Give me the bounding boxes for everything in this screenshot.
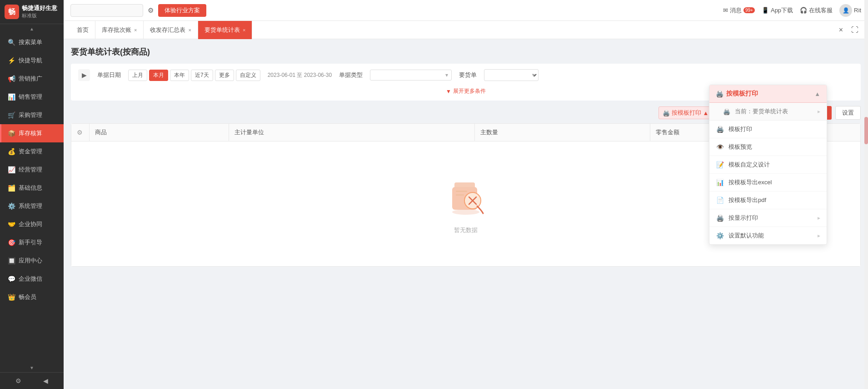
tab-resize-btn[interactable]: ⛶ [848, 25, 861, 35]
sidebar-item-newbie[interactable]: 🎯 新手引导 [0, 233, 64, 252]
template-design-label: 模板自定义设计 [728, 161, 770, 169]
tab-receipt-summary[interactable]: 收发存汇总表 × [144, 21, 198, 39]
trial-btn[interactable]: 体验行业方案 [158, 4, 206, 17]
date-more-btn[interactable]: 更多 [215, 70, 234, 81]
tab-requisition-stats[interactable]: 要货单统计表 × [198, 21, 252, 39]
default-function-icon: ⚙️ [716, 232, 724, 239]
operations-icon: 📈 [7, 165, 16, 174]
sidebar-item-operations-label: 经营管理 [19, 166, 42, 174]
topbar-left: ⚙ 体验行业方案 [70, 4, 206, 17]
sidebar-item-finance-label: 资金管理 [19, 147, 42, 156]
dropdown-chevron-up-icon[interactable]: ▲ [814, 91, 820, 97]
top-search-input[interactable] [70, 4, 143, 17]
expand-conditions-btn[interactable]: ▼ 展开更多条件 [446, 87, 486, 95]
col-product: 商品 [90, 124, 229, 141]
brand-icon: 畅 [5, 5, 19, 19]
col-quantity: 主数量 [475, 124, 650, 141]
template-print-icon: 🖨️ [716, 126, 724, 133]
filter-toggle-btn[interactable]: ▶ [78, 69, 90, 81]
dropdown-item-template-design[interactable]: 📝 模板自定义设计 [709, 156, 827, 174]
settings-gear-icon[interactable]: ⚙ [148, 6, 154, 15]
date-current-year-btn[interactable]: 本年 [170, 70, 189, 81]
tab-inventory-batch[interactable]: 库存批次账 × [95, 21, 144, 39]
basic-icon: 🗂️ [7, 183, 16, 192]
vertical-scrollbar[interactable] [864, 39, 868, 389]
date-buttons: 上月 本月 本年 近7天 更多 自定义 [128, 70, 260, 81]
sidebar-item-basic[interactable]: 🗂️ 基础信息 [0, 179, 64, 197]
sidebar-item-search[interactable]: 🔍 搜索菜单 [0, 33, 64, 51]
template-design-icon: 📝 [716, 161, 724, 168]
message-badge: 99+ [743, 7, 755, 13]
sidebar-item-enterprise[interactable]: 🤝 企业协同 [0, 215, 64, 233]
scroll-down-btn[interactable]: ▼ [0, 363, 64, 372]
date-prev-month-btn[interactable]: 上月 [128, 70, 147, 81]
app-download-label: App下载 [771, 6, 793, 15]
dropdown-current-item[interactable]: 🖨️ 当前：要货单统计表 ▸ [709, 103, 827, 121]
col-settings: ⚙ [71, 124, 90, 141]
print-template-btn[interactable]: 🖨️ 按模板打印 ▲ [658, 106, 713, 119]
order-type-label: 单据类型 [339, 71, 363, 79]
tabs-window-controls: × ⛶ [836, 25, 861, 35]
finance-icon: 💰 [7, 147, 16, 156]
sidebar-item-member[interactable]: 👑 畅会员 [0, 288, 64, 306]
scrollbar-thumb[interactable] [864, 117, 868, 144]
dropdown-print-icon: 🖨️ [716, 90, 723, 97]
sidebar-item-wechat[interactable]: 💬 企业微信 [0, 270, 64, 288]
tab-inventory-batch-close[interactable]: × [134, 27, 137, 33]
dropdown-header-right: ▲ [814, 91, 820, 97]
search-icon: 🔍 [7, 38, 16, 47]
sidebar-item-marketing[interactable]: 📢 营销推广 [0, 70, 64, 88]
page-content: 要货单统计表(按商品) ▶ 单据日期 上月 本月 本年 近7天 更多 自定义 2… [64, 39, 868, 389]
dropdown-item-display-print[interactable]: 🖨️ 按显示打印 ▸ [709, 209, 827, 227]
sidebar-item-operations[interactable]: 📈 经营管理 [0, 161, 64, 179]
order-type-select[interactable] [370, 70, 452, 81]
date-last7-btn[interactable]: 近7天 [191, 70, 213, 81]
dropdown-item-template-pdf[interactable]: 📄 按模板导出pdf [709, 192, 827, 209]
sidebar-item-quick-nav[interactable]: ⚡ 快捷导航 [0, 51, 64, 70]
template-print-label: 模板打印 [728, 125, 752, 133]
dropdown-item-template-print[interactable]: 🖨️ 模板打印 [709, 121, 827, 138]
app-download-btn[interactable]: 📱 App下载 [762, 6, 793, 15]
sidebar-item-finance[interactable]: 💰 资金管理 [0, 142, 64, 161]
sidebar-item-sales[interactable]: 📊 销售管理 [0, 88, 64, 106]
sidebar-settings-btn[interactable]: ⚙ [15, 377, 21, 384]
settings-btn[interactable]: 设置 [835, 106, 861, 120]
empty-text: 暂无数据 [454, 226, 478, 234]
sidebar-item-sales-label: 销售管理 [19, 93, 42, 101]
template-preview-icon: 👁️ [716, 143, 724, 151]
user-avatar-btn[interactable]: 👤 Rit [839, 4, 861, 17]
tab-home[interactable]: 首页 [70, 21, 95, 39]
sidebar-item-appstore-label: 应用中心 [19, 257, 42, 265]
tab-close-all-btn[interactable]: × [836, 25, 846, 35]
sidebar-item-system[interactable]: ⚙️ 系统管理 [0, 197, 64, 215]
date-current-month-btn[interactable]: 本月 [149, 70, 168, 81]
sidebar-item-appstore[interactable]: 🔲 应用中心 [0, 252, 64, 270]
requisition-select[interactable] [484, 69, 539, 81]
dropdown-item-default-function[interactable]: ⚙️ 设置默认功能 ▸ [709, 227, 827, 244]
tab-receipt-summary-label: 收发存汇总表 [150, 26, 185, 34]
sidebar-item-basic-label: 基础信息 [19, 184, 42, 192]
table-settings-icon[interactable]: ⚙ [77, 129, 83, 136]
dropdown-item-template-preview[interactable]: 👁️ 模板预览 [709, 138, 827, 156]
avatar: 👤 [839, 4, 852, 17]
print-label: 按模板打印 [672, 109, 701, 117]
tab-receipt-summary-close[interactable]: × [188, 27, 191, 33]
tab-inventory-batch-label: 库存批次账 [102, 26, 131, 34]
message-label: 消息 [730, 6, 742, 15]
app-download-icon: 📱 [762, 7, 769, 14]
template-excel-icon: 📊 [716, 179, 724, 186]
svg-rect-2 [454, 182, 475, 189]
tab-requisition-stats-close[interactable]: × [243, 27, 245, 33]
sidebar-collapse-btn[interactable]: ◀ [43, 377, 48, 384]
online-service-btn[interactable]: 🎧 在线客服 [800, 6, 833, 15]
sidebar-item-purchase[interactable]: 🛒 采购管理 [0, 106, 64, 124]
default-function-arrow: ▸ [818, 232, 820, 239]
enterprise-icon: 🤝 [7, 220, 16, 229]
scroll-up-btn[interactable]: ▲ [0, 24, 64, 33]
print-icon: 🖨️ [663, 110, 670, 116]
date-custom-btn[interactable]: 自定义 [236, 70, 260, 81]
sidebar-item-inventory[interactable]: 📦 库存核算 [0, 124, 64, 142]
message-btn[interactable]: ✉ 消息 99+ [723, 6, 755, 15]
system-icon: ⚙️ [7, 202, 16, 211]
dropdown-item-template-excel[interactable]: 📊 按模板导出excel [709, 174, 827, 192]
